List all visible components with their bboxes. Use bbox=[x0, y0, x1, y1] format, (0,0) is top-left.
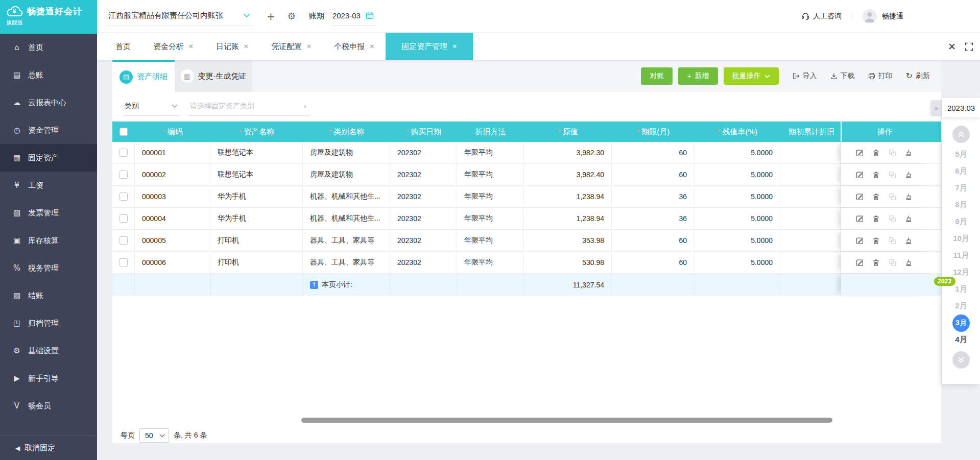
month-item-9月[interactable]: 9月 bbox=[942, 213, 980, 230]
month-item-3月[interactable]: 3月 bbox=[942, 314, 980, 331]
edit-icon[interactable] bbox=[856, 237, 864, 245]
month-item-11月[interactable]: 11月 bbox=[942, 247, 980, 264]
column-header-10: 操作 bbox=[841, 122, 928, 142]
sidebar-item-12[interactable]: ⚙ 基础设置 bbox=[0, 337, 97, 365]
month-item-7月[interactable]: 7月 bbox=[942, 180, 980, 197]
collapse-month-panel-button[interactable]: » bbox=[930, 100, 942, 116]
avatar[interactable] bbox=[863, 9, 877, 23]
row-actions bbox=[841, 230, 928, 251]
import-button[interactable]: 导入 bbox=[792, 71, 817, 81]
row-checkbox[interactable] bbox=[119, 214, 128, 223]
delete-icon[interactable] bbox=[872, 193, 880, 201]
cell-name: 华为手机 bbox=[210, 186, 303, 207]
row-checkbox-cell bbox=[112, 208, 135, 229]
scroll-months-down-button[interactable] bbox=[952, 351, 970, 369]
workspace-tab-4[interactable]: 凭证配置 ✕ bbox=[260, 33, 323, 60]
edit-icon[interactable] bbox=[856, 171, 864, 179]
edit-icon[interactable] bbox=[856, 259, 864, 267]
clear-icon[interactable] bbox=[905, 259, 913, 267]
sidebar-item-4[interactable]: ◷ 资金管理 bbox=[0, 116, 97, 144]
company-selector[interactable]: 江西服宝精品有限责任公司内账张 bbox=[107, 6, 252, 26]
current-period-display[interactable]: 2023.03 bbox=[942, 98, 980, 117]
sidebar-item-9[interactable]: % 税务管理 bbox=[0, 254, 97, 282]
close-tab-icon[interactable]: ✕ bbox=[452, 43, 457, 50]
close-workspace-icon[interactable]: ✕ bbox=[948, 41, 956, 52]
import-icon bbox=[792, 72, 800, 80]
subtab-asset-detail[interactable]: ▤ 资产明细 bbox=[112, 60, 175, 92]
period-selector[interactable]: 2023-03 bbox=[331, 7, 376, 26]
add-account-button[interactable]: + bbox=[267, 11, 275, 21]
row-checkbox[interactable] bbox=[119, 258, 128, 267]
month-item-10月[interactable]: 10月 bbox=[942, 230, 980, 247]
user-name[interactable]: 畅捷通 bbox=[882, 12, 903, 21]
close-tab-icon[interactable]: ✕ bbox=[306, 43, 312, 50]
edit-icon[interactable] bbox=[856, 215, 864, 223]
subtab-change-voucher[interactable]: ▥ 变更·生成凭证 bbox=[175, 60, 252, 92]
print-button[interactable]: 打印 bbox=[868, 71, 893, 81]
add-asset-button[interactable]: + 新增 bbox=[678, 67, 718, 85]
sidebar-item-11[interactable]: ◳ 归档管理 bbox=[0, 309, 97, 337]
sidebar-item-10[interactable]: ▨ 结账 bbox=[0, 282, 97, 309]
close-tab-icon[interactable]: ✕ bbox=[369, 43, 374, 50]
edit-icon[interactable] bbox=[856, 149, 864, 157]
workspace-tab-1[interactable]: 首页 bbox=[104, 33, 142, 60]
edit-icon[interactable] bbox=[856, 193, 864, 201]
month-item-2月[interactable]: 2月 bbox=[942, 298, 980, 314]
clear-icon[interactable] bbox=[905, 215, 913, 223]
support-link[interactable]: 人工咨询 bbox=[801, 12, 842, 21]
sidebar-item-14[interactable]: V 畅会员 bbox=[0, 392, 97, 420]
month-item-5月[interactable]: 5月 bbox=[942, 146, 980, 163]
cell-method: 年限平均 bbox=[457, 164, 524, 185]
sidebar-item-3[interactable]: ☁ 云报表中心 bbox=[0, 89, 97, 116]
clear-icon[interactable] bbox=[905, 149, 913, 157]
cell-purchase_date: 202302 bbox=[390, 142, 457, 163]
month-item-8月[interactable]: 8月 bbox=[942, 197, 980, 213]
sidebar-item-7[interactable]: ▧ 发票管理 bbox=[0, 199, 97, 227]
workspace-tab-5[interactable]: 个税申报 ✕ bbox=[323, 33, 386, 60]
close-tab-icon[interactable]: ✕ bbox=[244, 43, 249, 50]
delete-icon[interactable] bbox=[872, 215, 880, 223]
month-item-4月[interactable]: 4月 bbox=[942, 331, 980, 348]
refresh-button[interactable]: ↻ 刷新 bbox=[906, 71, 930, 81]
download-button[interactable]: 下载 bbox=[830, 71, 855, 81]
clear-icon[interactable] bbox=[905, 171, 913, 179]
category-input[interactable]: 请选择固定资产类别 ▾ bbox=[188, 98, 309, 116]
delete-icon[interactable] bbox=[872, 259, 880, 267]
workspace-tab-3[interactable]: 日记账 ✕ bbox=[205, 33, 260, 60]
sidebar-item-13[interactable]: ▶ 新手引导 bbox=[0, 365, 97, 392]
sidebar-item-6[interactable]: ¥ 工资 bbox=[0, 172, 97, 199]
close-tab-icon[interactable]: ✕ bbox=[188, 43, 194, 50]
cell-code: 000004 bbox=[135, 208, 210, 229]
clear-icon[interactable] bbox=[905, 193, 913, 201]
sidebar-item-8[interactable]: ▣ 库存核算 bbox=[0, 227, 97, 254]
select-all-checkbox[interactable] bbox=[119, 128, 128, 136]
scroll-months-up-button[interactable] bbox=[952, 126, 970, 143]
fullscreen-icon[interactable] bbox=[965, 42, 973, 51]
row-checkbox[interactable] bbox=[119, 192, 128, 201]
gear-icon[interactable]: ⚙ bbox=[288, 12, 296, 21]
category-select[interactable]: 类别 bbox=[124, 98, 181, 116]
chevron-down-icon bbox=[159, 434, 165, 438]
reconcile-button[interactable]: 对账 bbox=[641, 67, 673, 85]
column-header-9: 期初累计折旧 bbox=[780, 122, 841, 142]
cell-months: 36 bbox=[612, 186, 695, 207]
delete-icon[interactable] bbox=[872, 149, 880, 157]
table-row: 000005打印机器具、工具、家具等202302年限平均353.98605.00… bbox=[112, 230, 941, 252]
sidebar-item-1[interactable]: ⌂ 首页 bbox=[0, 34, 97, 61]
batch-actions-button[interactable]: 批量操作 bbox=[724, 67, 779, 85]
sidebar-item-5[interactable]: ▦ 固定资产 bbox=[0, 144, 97, 172]
delete-icon[interactable] bbox=[872, 237, 880, 245]
funds-icon: ◷ bbox=[12, 126, 21, 135]
month-item-6月[interactable]: 6月 bbox=[942, 163, 980, 180]
row-checkbox[interactable] bbox=[119, 171, 128, 179]
workspace-tab-2[interactable]: 资金分析 ✕ bbox=[142, 33, 205, 60]
sidebar-item-2[interactable]: ▤ 总账 bbox=[0, 61, 97, 89]
per-page-select[interactable]: 50 bbox=[139, 428, 169, 443]
unpin-sidebar-button[interactable]: ◀ 取消固定 bbox=[0, 435, 97, 460]
row-checkbox[interactable] bbox=[119, 149, 128, 157]
workspace-tab-6[interactable]: 固定资产管理 ✕ bbox=[386, 33, 473, 60]
row-checkbox[interactable] bbox=[119, 236, 128, 245]
delete-icon[interactable] bbox=[872, 171, 880, 179]
clear-icon[interactable] bbox=[905, 237, 913, 245]
horizontal-scrollbar[interactable] bbox=[301, 418, 832, 423]
